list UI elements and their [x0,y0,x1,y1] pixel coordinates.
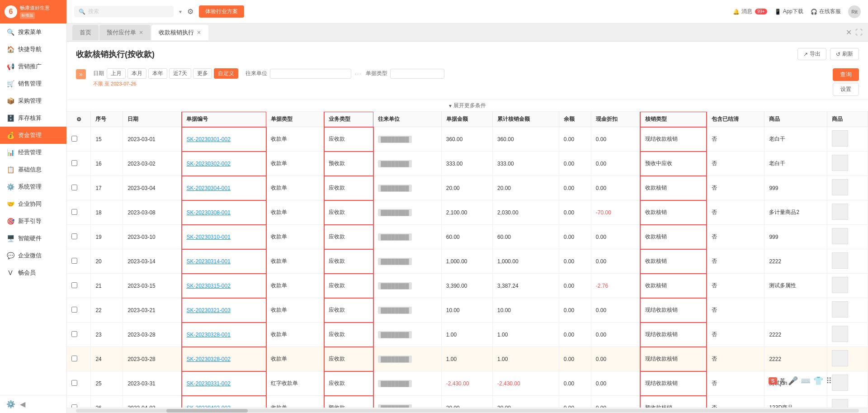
sidebar-item-operation[interactable]: 📊经营管理 [0,144,66,161]
cell-doc-no[interactable]: SK-20230331-002 [182,371,266,396]
sidebar-item-system[interactable]: ⚙️系统管理 [0,178,66,195]
table-row[interactable]: 17 2023-03-04 SK-20230304-001 收款单 应收款 ██… [67,176,868,200]
export-btn[interactable]: ↗ 导出 [797,48,826,60]
chevron-down-icon: ▾ [449,103,452,109]
collapse-icon[interactable]: ◀ [20,400,25,408]
topbar-search-box[interactable]: 🔍 搜索 [74,6,174,17]
sidebar-item-member[interactable]: V畅会员 [0,264,66,281]
date-btn-7days[interactable]: 近7天 [169,68,191,79]
sidebar-item-inventory[interactable]: 🗄️库存核算 [0,109,66,127]
col-gear[interactable]: ⚙ [67,112,91,127]
sidebar-item-hardware[interactable]: 🖥️智能硬件 [0,230,66,247]
horizontal-scrollbar[interactable] [67,408,868,413]
tab-prepay[interactable]: 预付应付单✕ [99,25,151,40]
receipt-type-select[interactable] [390,69,444,79]
cell-checkbox[interactable] [67,323,91,347]
search-icon: 🔍 [6,28,14,36]
date-btn-more[interactable]: 更多 [193,68,212,79]
date-buttons: 上月 本月 本年 近7天 更多 自定义 [107,68,238,79]
settings-icon[interactable]: ⚙️ [6,400,15,408]
cell-checkbox[interactable] [67,298,91,323]
sidebar-item-label: 系统管理 [18,183,42,191]
cell-doc-no[interactable]: SK-20230314-001 [182,249,266,274]
cell-doc-no[interactable]: SK-20230321-003 [182,298,266,323]
table-row[interactable]: 22 2023-03-21 SK-20230321-003 收款单 应收款 ██… [67,298,868,323]
cell-checkbox[interactable] [67,225,91,249]
cell-doc-no[interactable]: SK-20230328-001 [182,323,266,347]
table-row[interactable]: 24 2023-03-28 SK-20230328-002 收款单 应收款 ██… [67,347,868,371]
tab-receivable[interactable]: 收款核销执行✕ [151,25,208,40]
sidebar-item-wechat[interactable]: 💬企业微信 [0,247,66,264]
sidebar-item-purchase[interactable]: 📦采购管理 [0,92,66,109]
query-btn[interactable]: 查询 [833,68,859,81]
table-row[interactable]: 26 2023-04-03 SK-20230403-002 收款单 预收款 ██… [67,396,868,408]
cell-partner: ████████ [373,249,442,274]
sidebar-item-guide[interactable]: 🎯新手引导 [0,213,66,230]
cell-checkbox[interactable] [67,371,91,396]
cell-biz-type: 应收款 [324,371,373,396]
sidebar-item-basic[interactable]: 📋基础信息 [0,161,66,178]
table-wrapper[interactable]: ⚙ 序号 日期 单据编号 单据类型 业务类型 往来单位 单据金额 累计核销金额 … [67,112,868,408]
date-btn-this-year[interactable]: 本年 [148,68,167,79]
sidebar-item-finance[interactable]: 💰资金管理 [0,127,66,144]
cell-checkbox[interactable] [67,274,91,298]
cell-doc-no[interactable]: SK-20230403-002 [182,396,266,408]
cell-checkbox[interactable] [67,249,91,274]
expand-more-btn[interactable]: ▾ 展开更多条件 [449,102,486,109]
table-row[interactable]: 25 2023-03-31 SK-20230331-002 红字收款单 应收款 … [67,371,868,396]
search-chevron-icon[interactable]: ▾ [179,9,182,15]
cell-verify-type: 预收中应收 [640,152,707,176]
refresh-btn[interactable]: ↺ 刷新 [830,48,859,60]
refresh-label: 刷新 [842,50,853,58]
sidebar-item-marketing[interactable]: 📢营销推广 [0,58,66,75]
sidebar-item-quicknav[interactable]: 🏠快捷导航 [0,41,66,58]
cell-checkbox[interactable] [67,152,91,176]
settings-btn[interactable]: 设置 [833,83,859,96]
partner-input[interactable] [270,69,351,79]
sidebar-item-sales[interactable]: 🛒销售管理 [0,75,66,92]
tab-close-all-icon[interactable]: ✕ [846,28,852,37]
cell-doc-no[interactable]: SK-20230301-002 [182,127,266,152]
cell-biz-type: 应收款 [324,200,373,225]
table-row[interactable]: 20 2023-03-14 SK-20230314-001 收款单 应收款 ██… [67,249,868,274]
cell-doc-no[interactable]: SK-20230310-001 [182,225,266,249]
sidebar-item-collab[interactable]: 🤝企业协同 [0,195,66,213]
cell-product-img [827,176,868,200]
cell-doc-no[interactable]: SK-20230308-001 [182,200,266,225]
user-avatar[interactable]: Rit [848,5,861,18]
cell-doc-no[interactable]: SK-20230315-002 [182,274,266,298]
industry-btn[interactable]: 体验行业方案 [199,5,244,18]
table-row[interactable]: 23 2023-03-28 SK-20230328-001 收款单 应收款 ██… [67,323,868,347]
cell-checkbox[interactable] [67,176,91,200]
sidebar-item-search[interactable]: 🔍搜索菜单 [0,24,66,41]
cell-checkbox[interactable] [67,396,91,408]
table-row[interactable]: 15 2023-03-01 SK-20230301-002 收款单 应收款 ██… [67,127,868,152]
tab-expand-icon[interactable]: ⛶ [855,28,863,37]
cell-checkbox[interactable] [67,347,91,371]
app-download-btn[interactable]: 📱 App下载 [774,8,803,15]
table-row[interactable]: 16 2023-03-02 SK-20230302-002 收款单 预收款 ██… [67,152,868,176]
online-service-btn[interactable]: 🎧 在线客服 [811,8,841,15]
table-row[interactable]: 18 2023-03-08 SK-20230308-001 收款单 应收款 ██… [67,200,868,225]
cell-checkbox[interactable] [67,127,91,152]
cell-doc-no[interactable]: SK-20230328-002 [182,347,266,371]
cell-product-img [827,323,868,347]
scroll-thumb[interactable] [166,409,248,413]
cell-doc-no[interactable]: SK-20230302-002 [182,152,266,176]
cell-checkbox[interactable] [67,200,91,225]
date-btn-this-month[interactable]: 本月 [127,68,146,79]
notifications-btn[interactable]: 🔔 消息 99+ [733,8,767,15]
filter-expand-btn[interactable]: » [76,69,86,79]
date-btn-custom[interactable]: 自定义 [214,68,238,79]
tab-home[interactable]: 首页 [72,25,99,40]
tab-close-receivable[interactable]: ✕ [197,29,201,36]
date-btn-last-month[interactable]: 上月 [107,68,126,79]
topbar-gear-icon[interactable]: ⚙ [187,7,193,16]
cell-doc-no[interactable]: SK-20230304-001 [182,176,266,200]
tab-close-prepay[interactable]: ✕ [139,29,143,36]
cell-amount: 2,100.00 [441,200,492,225]
cell-verify-type: 现结收款核销 [640,347,707,371]
table-row[interactable]: 19 2023-03-10 SK-20230310-001 收款单 应收款 ██… [67,225,868,249]
table-row[interactable]: 21 2023-03-15 SK-20230315-002 收款单 应收款 ██… [67,274,868,298]
page-header-actions: ↗ 导出 ↺ 刷新 [797,48,859,60]
